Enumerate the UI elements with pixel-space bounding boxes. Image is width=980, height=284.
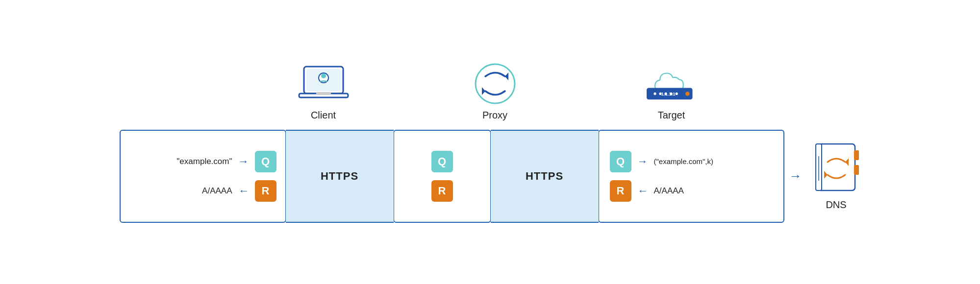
svg-point-14 [675, 92, 678, 95]
proxy-icon-group: Proxy [473, 62, 517, 121]
https-tunnel-1: HTTPS [286, 130, 394, 223]
svg-rect-20 [854, 165, 859, 175]
https-tunnel-2: HTTPS [491, 130, 599, 223]
laptop-icon [297, 64, 351, 106]
proxy-r-box: R [431, 180, 453, 202]
client-inner: "example.com" → Q A/AAAA → R [129, 151, 276, 202]
target-r-row: R → A/AAAA [608, 180, 775, 202]
target-icon: 1.1.1.1 [630, 62, 713, 106]
proxy-label: Proxy [482, 110, 507, 121]
https-label-2: HTTPS [526, 170, 563, 183]
target-response-arrow: → [637, 185, 648, 197]
target-q-box: Q [610, 151, 631, 172]
dns-label: DNS [826, 199, 846, 211]
icons-row: Client Proxy [98, 62, 882, 121]
client-response-arrow: → [238, 185, 249, 197]
https-label-1: HTTPS [321, 170, 358, 183]
target-label: Target [658, 110, 685, 121]
client-r-row: A/AAAA → R [129, 180, 276, 202]
target-q-row: Q → ("example.com",k) [608, 151, 775, 172]
target-query-text: ("example.com",k) [654, 157, 714, 166]
dns-connector: → [789, 168, 802, 184]
svg-rect-5 [316, 92, 331, 95]
svg-rect-17 [818, 144, 855, 190]
target-query-arrow: → [637, 155, 648, 168]
svg-point-3 [321, 73, 326, 78]
svg-point-6 [476, 64, 515, 103]
proxy-q-box: Q [431, 151, 453, 172]
proxy-inner: Q R [431, 151, 453, 202]
proxy-box: Q R [393, 130, 491, 223]
client-response-text: A/AAAA [202, 186, 232, 196]
client-query-arrow: → [238, 155, 249, 168]
target-icon-group: 1.1.1.1 Target [630, 62, 713, 121]
target-inner: Q → ("example.com",k) R → A/AAAA [608, 151, 775, 202]
diagram-container: Client Proxy [0, 0, 980, 284]
svg-text:1.1.1.1: 1.1.1.1 [661, 91, 675, 96]
dns-group: DNS [812, 142, 861, 211]
client-q-box: Q [255, 151, 276, 172]
target-response-text: A/AAAA [654, 186, 684, 196]
client-q-row: "example.com" → Q [129, 151, 276, 172]
client-label: Client [311, 110, 336, 121]
proxy-icon [473, 62, 517, 106]
svg-rect-19 [854, 150, 859, 160]
client-query-text: "example.com" [176, 157, 232, 166]
svg-point-10 [653, 92, 656, 95]
svg-point-16 [685, 92, 690, 96]
dns-arrow: → [789, 168, 802, 184]
target-r-box: R [610, 180, 631, 202]
flow-row: "example.com" → Q A/AAAA → R HTTPS [74, 130, 907, 223]
client-r-box: R [255, 180, 276, 202]
dns-notebook-icon [812, 142, 861, 195]
target-box: Q → ("example.com",k) R → A/AAAA [598, 130, 784, 223]
client-box: "example.com" → Q A/AAAA → R [120, 130, 286, 223]
client-icon-group: Client [297, 64, 351, 121]
